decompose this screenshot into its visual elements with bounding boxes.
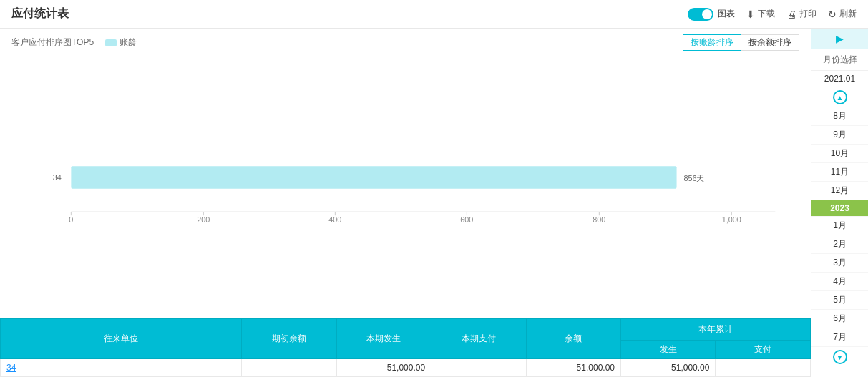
sidebar-months: 8月9月10月11月12月20231月2月3月4月5月6月7月 bbox=[811, 107, 868, 347]
sidebar-month-item[interactable]: 6月 bbox=[811, 310, 868, 328]
page-title: 应付统计表 bbox=[11, 6, 69, 21]
chart-svg: 34 856天 0 200 400 600 800 1,000 bbox=[43, 109, 789, 252]
download-button[interactable]: ⬇ 下载 bbox=[746, 8, 775, 20]
sidebar-month-item[interactable]: 12月 bbox=[811, 182, 868, 200]
sidebar-month-item[interactable]: 8月 bbox=[811, 107, 868, 126]
col-header-ytd: 本年累计 bbox=[621, 319, 811, 341]
sidebar-month-item[interactable]: 11月 bbox=[811, 163, 868, 182]
cell-ytd-pay bbox=[716, 359, 811, 377]
table-row: 34 51,000.00 51,000.00 51,000.00 bbox=[1, 359, 811, 377]
col-header-current-pay: 本期支付 bbox=[431, 319, 526, 359]
chart-body: 34 856天 0 200 400 600 800 1,000 bbox=[0, 57, 811, 318]
year-marker: 2023 bbox=[811, 200, 868, 217]
sidebar-title: 月份选择 bbox=[811, 49, 868, 71]
sidebar-month-item[interactable]: 3月 bbox=[811, 254, 868, 273]
legend-item: 账龄 bbox=[105, 36, 137, 49]
x-label-600: 600 bbox=[460, 215, 473, 224]
sidebar-month-item[interactable]: 7月 bbox=[811, 328, 868, 347]
x-label-200: 200 bbox=[197, 215, 210, 224]
chart-controls: 客户应付排序图TOP5 账龄 按账龄排序 按余额排序 bbox=[0, 29, 811, 57]
print-icon: 🖨 bbox=[786, 9, 796, 20]
col-header-opening: 期初余额 bbox=[242, 319, 336, 359]
sidebar-month-item[interactable]: 5月 bbox=[811, 291, 868, 310]
cell-current-occur: 51,000.00 bbox=[336, 359, 431, 377]
col-header-current-occur: 本期发生 bbox=[336, 319, 431, 359]
cell-balance: 51,000.00 bbox=[526, 359, 620, 377]
scroll-down-icon: ▼ bbox=[833, 350, 847, 364]
sidebar-month-item[interactable]: 1月 bbox=[811, 217, 868, 235]
sidebar-month-item[interactable]: 4月 bbox=[811, 273, 868, 291]
y-axis-label: 34 bbox=[53, 173, 62, 182]
refresh-button[interactable]: ↻ 刷新 bbox=[828, 8, 857, 20]
header: 应付统计表 图表 ⬇ 下载 🖨 打印 ↻ 刷新 bbox=[0, 0, 868, 29]
scroll-up-icon: ▲ bbox=[833, 90, 847, 104]
table-wrapper: 往来单位 期初余额 本期发生 本期支付 余额 本年累计 发生 支付 bbox=[0, 318, 811, 377]
toggle-label: 图表 bbox=[718, 8, 735, 20]
print-button[interactable]: 🖨 打印 bbox=[786, 8, 816, 20]
chart-toggle[interactable] bbox=[688, 8, 713, 21]
sidebar-month-item[interactable]: 10月 bbox=[811, 145, 868, 163]
col-header-balance: 余额 bbox=[526, 319, 620, 359]
page-container: 应付统计表 图表 ⬇ 下载 🖨 打印 ↻ 刷新 bbox=[0, 0, 868, 377]
cell-ytd-occur: 51,000.00 bbox=[621, 359, 716, 377]
x-label-800: 800 bbox=[593, 215, 605, 224]
sidebar-month-item[interactable]: 2月 bbox=[811, 235, 868, 254]
legend-label: 账龄 bbox=[120, 36, 137, 49]
header-actions: 图表 ⬇ 下载 🖨 打印 ↻ 刷新 bbox=[688, 8, 857, 21]
download-icon: ⬇ bbox=[746, 9, 755, 20]
table-area: 往来单位 期初余额 本期发生 本期支付 余额 本年累计 发生 支付 bbox=[0, 318, 811, 377]
sidebar-month-item[interactable]: 9月 bbox=[811, 126, 868, 145]
x-label-400: 400 bbox=[328, 215, 341, 224]
chart-bar bbox=[71, 166, 676, 188]
x-label-0: 0 bbox=[69, 215, 73, 224]
x-label-1000: 1,000 bbox=[722, 215, 741, 224]
sort-by-amount-button[interactable]: 按余额排序 bbox=[741, 34, 799, 51]
chart-legend: 客户应付排序图TOP5 账龄 bbox=[11, 36, 137, 49]
legend-color-box bbox=[105, 39, 117, 46]
sidebar-collapse-button[interactable]: ▶ bbox=[811, 29, 868, 49]
sort-buttons: 按账龄排序 按余额排序 bbox=[683, 34, 799, 51]
col-header-ytd-pay: 支付 bbox=[716, 341, 811, 359]
refresh-icon: ↻ bbox=[828, 9, 837, 20]
chart-panel: 客户应付排序图TOP5 账龄 按账龄排序 按余额排序 34 bbox=[0, 29, 811, 377]
cell-origin[interactable]: 34 bbox=[1, 359, 242, 377]
collapse-icon: ▶ bbox=[836, 33, 844, 44]
sidebar: ▶ 月份选择 2021.01 ▲ 8月9月10月11月12月20231月2月3月… bbox=[811, 29, 868, 377]
scroll-down-button[interactable]: ▼ bbox=[811, 347, 868, 367]
col-header-origin: 往来单位 bbox=[1, 319, 242, 359]
chart-toggle-wrap: 图表 bbox=[688, 8, 735, 21]
scroll-up-button[interactable]: ▲ bbox=[811, 87, 868, 107]
main-content: 客户应付排序图TOP5 账龄 按账龄排序 按余额排序 34 bbox=[0, 29, 868, 377]
legend-title: 客户应付排序图TOP5 bbox=[11, 36, 94, 49]
cell-current-pay bbox=[431, 359, 526, 377]
data-table: 往来单位 期初余额 本期发生 本期支付 余额 本年累计 发生 支付 bbox=[0, 318, 811, 377]
sort-by-balance-button[interactable]: 按账龄排序 bbox=[683, 34, 741, 51]
bar-end-label: 856天 bbox=[683, 174, 704, 182]
col-header-ytd-occur: 发生 bbox=[621, 341, 716, 359]
sidebar-year-input[interactable]: 2021.01 bbox=[811, 71, 868, 87]
cell-opening bbox=[242, 359, 336, 377]
